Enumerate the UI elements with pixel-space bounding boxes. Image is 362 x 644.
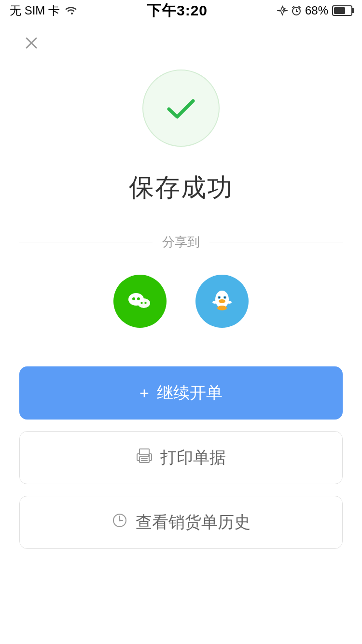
alarm-icon — [292, 5, 301, 16]
main-content: 保存成功 分享到 — [0, 21, 362, 644]
status-time: 下午3:20 — [147, 1, 208, 21]
status-bar: 无 SIM 卡 下午3:20 68% — [0, 0, 362, 21]
svg-point-8 — [144, 302, 146, 304]
svg-point-17 — [217, 306, 227, 310]
print-label: 打印单据 — [160, 447, 226, 469]
print-icon — [136, 448, 153, 468]
close-button[interactable] — [19, 31, 43, 55]
continue-label: 继续开单 — [157, 382, 223, 404]
continue-button[interactable]: + 继续开单 — [19, 366, 343, 420]
svg-point-12 — [219, 297, 220, 298]
svg-point-16 — [227, 301, 232, 304]
svg-point-6 — [138, 298, 150, 308]
history-button[interactable]: 查看销货单历史 — [19, 496, 343, 549]
svg-point-15 — [212, 301, 217, 304]
wechat-share-button[interactable] — [113, 275, 167, 328]
success-title: 保存成功 — [129, 171, 233, 205]
divider-left — [19, 242, 153, 242]
carrier-text: 无 SIM 卡 — [10, 3, 60, 18]
svg-rect-18 — [139, 449, 149, 455]
action-buttons: + 继续开单 打印单据 — [19, 366, 343, 549]
status-right: 68% — [277, 4, 352, 17]
svg-point-4 — [132, 297, 135, 300]
qq-icon — [207, 286, 237, 317]
status-carrier: 无 SIM 卡 — [10, 3, 77, 18]
svg-point-22 — [148, 455, 150, 457]
history-icon — [111, 512, 128, 532]
history-label: 查看销货单历史 — [136, 511, 251, 533]
battery-icon — [332, 5, 352, 16]
share-divider: 分享到 — [19, 234, 343, 251]
battery-percent: 68% — [305, 4, 328, 17]
svg-point-14 — [219, 299, 225, 303]
share-label: 分享到 — [162, 234, 200, 251]
continue-icon: + — [139, 385, 149, 401]
share-buttons-container — [113, 275, 249, 328]
location-icon — [277, 5, 288, 16]
svg-point-13 — [224, 297, 226, 298]
print-button[interactable]: 打印单据 — [19, 431, 343, 484]
wechat-icon — [125, 286, 155, 317]
svg-rect-19 — [139, 457, 149, 462]
wifi-icon — [65, 6, 77, 15]
success-icon — [142, 70, 220, 147]
qq-share-button[interactable] — [195, 275, 249, 328]
divider-right — [209, 242, 343, 242]
svg-point-7 — [140, 302, 142, 304]
